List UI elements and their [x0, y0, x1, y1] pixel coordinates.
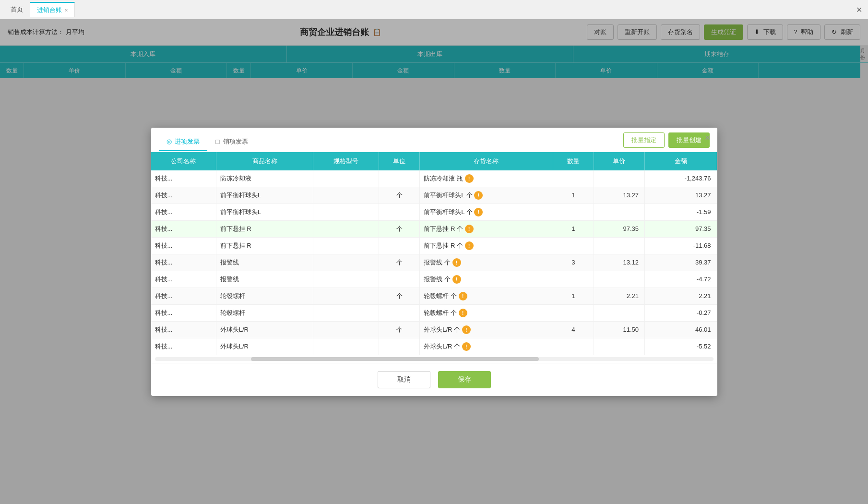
table-row: 科技...报警线报警线 个 !-4.72 [151, 271, 717, 288]
modal-table[interactable]: 公司名称 商品名称 规格型号 单位 存货名称 数量 单价 金额 科技...防冻冷… [151, 152, 717, 355]
data-cell [379, 338, 420, 355]
warning-icon: ! [452, 258, 461, 267]
save-button[interactable]: 保存 [438, 371, 491, 388]
table-row: 科技...轮毂螺杆个轮毂螺杆 个 !12.212.21 [151, 288, 717, 304]
data-cell [553, 170, 594, 187]
data-cell: 97.35 [594, 220, 644, 237]
tab-home[interactable]: 首页 [4, 2, 30, 17]
data-cell [379, 271, 420, 288]
cancel-button[interactable]: 取消 [378, 371, 430, 388]
data-cell: 13.27 [594, 187, 644, 204]
data-cell [594, 271, 644, 288]
warning-icon: ! [459, 292, 467, 300]
data-cell: 1 [553, 187, 594, 204]
warning-icon: ! [474, 191, 483, 200]
data-cell: 97.35 [644, 220, 717, 237]
data-cell: 个 [379, 288, 420, 304]
data-cell [313, 204, 379, 220]
data-cell: 4 [553, 321, 594, 338]
data-cell [594, 204, 644, 220]
warning-icon: ! [459, 309, 467, 317]
data-cell [313, 220, 379, 237]
data-cell [313, 338, 379, 355]
table-row: 科技...前下悬挂 R个前下悬挂 R 个 !197.3597.35 [151, 220, 717, 237]
data-cell: 科技... [151, 288, 216, 304]
modal-dialog: ◎ 进项发票 ◻ 销项发票 批量指定 批量创建 ✕ 公司 [151, 128, 717, 396]
data-cell [379, 170, 420, 187]
data-cell [594, 304, 644, 321]
inventory-cell: 轮毂螺杆 个 ! [420, 288, 553, 304]
warning-icon: ! [474, 208, 483, 216]
table-row: 科技...前平衡杆球头L个前平衡杆球头L 个 !113.2713.27 [151, 187, 717, 204]
data-cell: 报警线 [216, 254, 313, 271]
data-cell: 3 [553, 254, 594, 271]
data-cell: 科技... [151, 271, 216, 288]
data-cell: 46.01 [644, 321, 717, 338]
batch-assign-button[interactable]: 批量指定 [623, 132, 665, 148]
data-cell [379, 304, 420, 321]
purchase-icon: ◎ [166, 138, 172, 145]
col-amount: 金额 [644, 152, 717, 170]
data-cell [594, 170, 644, 187]
data-cell [553, 204, 594, 220]
modal-tab-actions: 批量指定 批量创建 [623, 132, 710, 152]
data-cell [313, 321, 379, 338]
warning-icon: ! [462, 325, 471, 334]
tab-purchase-invoice[interactable]: ◎ 进项发票 [159, 133, 207, 151]
table-row: 科技...前平衡杆球头L前平衡杆球头L 个 !-1.59 [151, 204, 717, 220]
col-qty: 数量 [553, 152, 594, 170]
data-cell [553, 304, 594, 321]
tab-sales-invoice[interactable]: ◻ 销项发票 [207, 133, 256, 151]
table-row: 科技...外球头L/R个外球头L/R 个 !411.5046.01 [151, 321, 717, 338]
inventory-cell: 轮毂螺杆 个 ! [420, 304, 553, 321]
data-cell: 个 [379, 187, 420, 204]
data-cell: 报警线 [216, 271, 313, 288]
data-cell: 前下悬挂 R [216, 220, 313, 237]
warning-icon: ! [462, 342, 471, 351]
data-cell: -1.59 [644, 204, 717, 220]
modal-overlay: ◎ 进项发票 ◻ 销项发票 批量指定 批量创建 ✕ 公司 [0, 19, 868, 504]
inventory-cell: 报警线 个 ! [420, 271, 553, 288]
data-cell: 前平衡杆球头L [216, 204, 313, 220]
col-inventory-name: 存货名称 [420, 152, 553, 170]
col-company: 公司名称 [151, 152, 216, 170]
data-cell: 科技... [151, 304, 216, 321]
col-unit-price: 单价 [594, 152, 644, 170]
window-close-button[interactable]: ✕ [856, 5, 862, 14]
data-cell [379, 237, 420, 254]
data-cell: 科技... [151, 170, 216, 187]
data-cell: 轮毂螺杆 [216, 304, 313, 321]
warning-icon: ! [465, 241, 474, 250]
col-spec: 规格型号 [313, 152, 379, 170]
table-row: 科技...防冻冷却液防冻冷却液 瓶 !-1,243.76 [151, 170, 717, 187]
data-cell: 2.21 [644, 288, 717, 304]
modal-scrollbar[interactable] [155, 357, 713, 361]
table-row: 科技...报警线个报警线 个 !313.1239.37 [151, 254, 717, 271]
table-row: 科技...外球头L/R外球头L/R 个 !-5.52 [151, 338, 717, 355]
data-cell: 科技... [151, 237, 216, 254]
data-cell: 1 [553, 220, 594, 237]
data-cell: 39.37 [644, 254, 717, 271]
data-cell: -1,243.76 [644, 170, 717, 187]
data-cell: -4.72 [644, 271, 717, 288]
batch-create-button[interactable]: 批量创建 [668, 132, 710, 148]
modal-close-icon[interactable]: ✕ [704, 133, 711, 143]
data-cell: 科技... [151, 187, 216, 204]
data-cell [313, 288, 379, 304]
data-cell: 轮毂螺杆 [216, 288, 313, 304]
data-cell: 13.27 [644, 187, 717, 204]
modal-scrollbar-thumb [251, 357, 539, 361]
data-cell: 科技... [151, 204, 216, 220]
tab-active[interactable]: 进销台账 × [30, 2, 75, 17]
data-cell: 外球头L/R [216, 321, 313, 338]
data-cell: 2.21 [594, 288, 644, 304]
data-cell [313, 304, 379, 321]
data-cell [553, 237, 594, 254]
data-cell [594, 338, 644, 355]
inventory-cell: 防冻冷却液 瓶 ! [420, 170, 553, 187]
data-cell [553, 338, 594, 355]
table-row: 科技...前下悬挂 R前下悬挂 R 个 !-11.68 [151, 237, 717, 254]
data-cell: 科技... [151, 338, 216, 355]
invoice-table: 公司名称 商品名称 规格型号 单位 存货名称 数量 单价 金额 科技...防冻冷… [151, 152, 717, 355]
tab-close-icon[interactable]: × [65, 7, 68, 13]
